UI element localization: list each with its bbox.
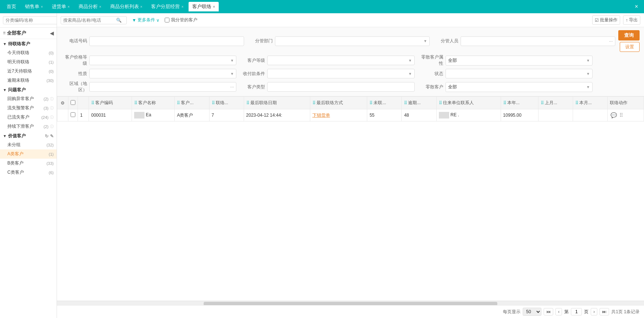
row-last-method[interactable]: 下销货单 [310,109,367,121]
filter-price-level-select[interactable]: ▼ [89,56,236,65]
page-size-select[interactable]: 50 100 200 [523,308,541,316]
close-purchase-tab[interactable]: × [68,5,70,9]
export-btn[interactable]: ↑ 导出 [623,15,640,25]
qr-icon[interactable]: ⠿ [619,112,623,118]
th-last-method[interactable]: ⠿ 最后联络方式 [310,97,367,109]
filter-dept-select[interactable]: ▼ [275,36,430,46]
toolbar: 🔍 ▼ 更多条件 ∨ 我分管的客户 ☑ 批量操作 ↑ 导出 [57,13,644,27]
first-page-btn[interactable]: ⏮ [544,308,553,315]
row-code[interactable]: 000031 [89,109,132,121]
next-page-btn[interactable]: › [591,308,597,315]
sidebar-search-area: 🔍 [0,13,57,28]
filter-customer-type-select[interactable] [267,82,414,92]
row-company-contact: RE . [436,109,501,121]
filter-phone-input[interactable] [89,36,244,46]
sidebar-item-overdue[interactable]: 逾期未联络 (30) [0,76,57,85]
my-customers-checkbox[interactable] [165,18,169,22]
settings-btn[interactable]: 设置 [620,42,640,52]
sidebar-item-ungrouped[interactable]: 未分组 (32) [0,140,57,149]
nav-purchase[interactable]: 进货单 × [48,2,74,11]
th-no-contact[interactable]: ⠿ 未联... [367,97,402,109]
nav-product-analysis[interactable]: 商品分析 × [75,2,105,11]
th-name[interactable]: ⠿ 客户名称 [132,97,175,109]
sidebar-item-a-class[interactable]: A类客户 (1) [0,149,57,159]
nav-home[interactable]: 首页 [3,2,20,11]
th-checkbox[interactable] [68,97,78,109]
sidebar-item-b-class[interactable]: B类客户 (33) [0,159,57,168]
th-index [78,97,89,109]
nav-sales[interactable]: 销售单 × [21,2,47,11]
sidebar: 🔍 ⠿ 全部客户 ◀ ▼ 待联络客户 今天待联络 (0) 明天待联络 (1) 近… [0,13,57,318]
query-btn[interactable]: 查询 [618,30,640,40]
filter-row-4: 区域（地区） ··· 客户类型 零散客户 全部 ▼ [61,81,640,93]
filter-payment-select[interactable]: ▼ [267,69,414,78]
sidebar-item-churned[interactable]: 已流失客户 (24) ⓘ [0,113,57,122]
th-overdue[interactable]: ⠿ 逾期... [402,97,436,109]
chat-icon[interactable]: 💬 [611,112,617,118]
problem-arrow-icon: ▼ [3,88,7,92]
value-edit-icon[interactable]: ✎ [50,134,54,139]
close-customer-segment-tab[interactable]: × [181,5,183,9]
filter-action-btns: 查询 设置 [618,30,640,52]
filter-status-select[interactable]: ▼ [446,69,593,78]
customer-level-arrow-icon: ▼ [408,59,412,63]
page-number-input[interactable] [571,308,582,315]
th-this-year[interactable]: ⠿ 本年... [501,97,538,109]
value-refresh-icon[interactable]: ↻ [45,134,49,139]
sidebar-item-tomorrow[interactable]: 明天待联络 (1) [0,57,57,67]
row-checkbox-cell[interactable] [68,109,78,121]
sidebar-search-input[interactable] [3,16,57,24]
sidebar-item-today[interactable]: 今天待联络 (0) [0,48,57,57]
filter-retail-attr: 零散客户属性 全部 ▼ [418,54,593,67]
nav-customer-contact[interactable]: 客户联络 × [189,2,219,11]
filter-down-icon: ∨ [156,18,160,23]
th-company-contact[interactable]: ⠿ 往来单位联系人 [436,97,501,109]
row-checkbox[interactable] [71,112,75,117]
sidebar-collapse-btn[interactable]: ◀ [50,31,54,36]
my-customers-checkbox-label[interactable]: 我分管的客户 [165,17,197,23]
bulk-op-btn[interactable]: ☑ 批量操作 [592,15,620,25]
th-settings[interactable]: ⚙ [57,97,68,109]
sidebar-item-declining[interactable]: 持续下滑客户 (2) ⓘ [0,122,57,131]
close-product-analysis-list-tab[interactable]: × [140,5,143,9]
th-code[interactable]: ⠿ 客户编码 [89,97,132,109]
problem-customers-title[interactable]: ▼ 问题客户 [0,85,57,94]
nav-customer-segment[interactable]: 客户分层经营 × [147,2,187,11]
sidebar-item-churn-warning[interactable]: 流失预警客户 (3) ⓘ [0,103,57,113]
filter-status: 状态 ▼ [418,69,593,78]
pending-contact-title[interactable]: ▼ 待联络客户 [0,39,57,48]
value-customers-title[interactable]: ▼ 价值客户 ↻ ✎ [0,131,57,140]
filter-nature-select[interactable]: ▼ [89,69,236,78]
close-window-btn[interactable]: × [632,3,641,10]
th-last-date[interactable]: ⠿ 最后联络日期 [244,97,310,109]
select-all-checkbox[interactable] [71,100,75,105]
sidebar-all-customers[interactable]: ⠿ 全部客户 ◀ [0,28,57,39]
th-this-month[interactable]: ⠿ 本月... [573,97,607,109]
prev-page-btn[interactable]: ‹ [555,308,562,315]
filter-person-select[interactable]: ··· [461,36,615,46]
more-filter-btn[interactable]: ▼ 更多条件 ∨ [130,16,162,24]
gear-icon: ⚙ [61,100,65,106]
filter-price-level: 客户价格等级 ▼ [61,54,236,67]
search-input[interactable] [63,18,115,23]
info-icon-churned: ⓘ [50,115,54,120]
nav-product-analysis-list[interactable]: 商品分析列表 × [107,2,146,11]
th-level[interactable]: ⠿ 客户... [175,97,209,109]
filter-region-select[interactable]: ··· [89,82,236,92]
horizontal-scrollbar[interactable] [57,301,644,305]
sort-icon-ty: ⠿ [503,100,507,106]
last-page-btn[interactable]: ⏭ [600,308,609,315]
filter-retail-attr-select[interactable]: 全部 ▼ [446,56,593,66]
sidebar-item-7days[interactable]: 近7天待联络 (0) [0,67,57,76]
th-last-month[interactable]: ⠿ 上月... [538,97,573,109]
filter-customer-level-select[interactable]: ▼ [267,56,414,65]
sort-icon-ld: ⠿ [246,100,250,106]
close-sales-tab[interactable]: × [41,5,43,9]
th-contact-count[interactable]: ⠿ 联络... [209,97,244,109]
sidebar-item-c-class[interactable]: C类客户 (6) [0,168,57,177]
filter-icon: ▼ [132,18,136,23]
close-product-analysis-tab[interactable]: × [99,5,101,9]
filter-retail-customer-select[interactable]: 全部 ▼ [446,82,593,92]
close-customer-contact-tab[interactable]: × [213,5,215,9]
sidebar-item-abnormal-repurchase[interactable]: 回购异常客户 (2) ⓘ [0,94,57,103]
